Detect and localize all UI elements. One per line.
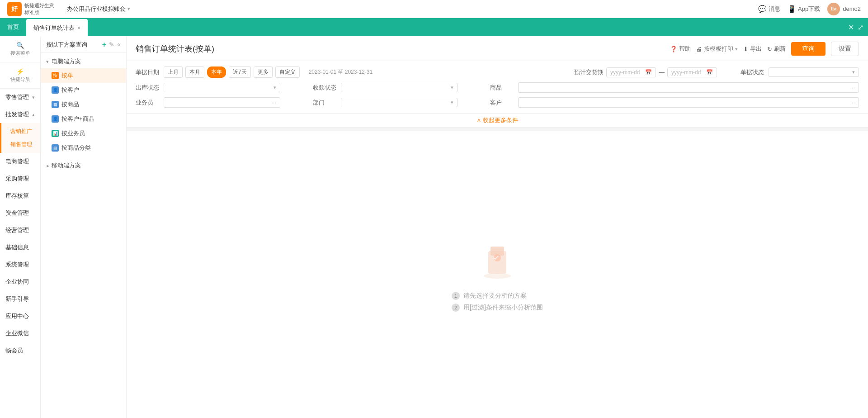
app-download-button[interactable]: 📱 App下载	[788, 5, 820, 13]
window-close-icon[interactable]: ✕	[848, 23, 854, 32]
tab-close-icon[interactable]: ×	[77, 25, 80, 31]
empty-hints: 1 请先选择要分析的方案 2 用[过滤]条件来缩小分析范围	[452, 292, 543, 312]
dept-select[interactable]: ▾	[341, 98, 458, 107]
scheme-customer-label: 按客户	[61, 86, 79, 94]
user-profile[interactable]: Ea demo2	[827, 3, 861, 15]
user-name: demo2	[843, 5, 861, 12]
calendar-to-icon: 📅	[706, 69, 713, 76]
svg-point-0	[484, 273, 511, 279]
scheme-item-by-goods-cat[interactable]: ▤ 按商品分类	[41, 141, 126, 155]
sidebar-item-enterprise[interactable]: 企业协同	[0, 273, 40, 290]
sidebar-item-wholesale[interactable]: 批发管理 ▴	[0, 106, 40, 123]
scheme-panel-title: 按以下方案查询	[46, 41, 87, 49]
sidebar-item-marketing[interactable]: 营销推广	[7, 125, 40, 138]
date-btn-cur-month[interactable]: 本月	[185, 66, 204, 78]
sidebar-item-member[interactable]: 畅会员	[0, 342, 40, 359]
print-icon: 🖨	[696, 46, 702, 52]
empty-hint-1: 1 请先选择要分析的方案	[452, 292, 543, 300]
scheme-item-by-salesman[interactable]: 📊 按业务员	[41, 126, 126, 141]
sidebar-item-inventory[interactable]: 库存核算	[0, 187, 40, 204]
payment-select[interactable]: ▾	[341, 83, 458, 92]
sidebar-basic-label: 基础信息	[5, 243, 29, 252]
window-expand-icon[interactable]: ⤢	[858, 23, 863, 32]
salesman-input[interactable]: ···	[164, 97, 280, 108]
logo-text: 畅捷通好生意 标准版	[24, 2, 54, 15]
scheme-item-by-order[interactable]: 按 按单	[41, 68, 126, 83]
scheme-group-mobile-header[interactable]: ▾ 移动端方案	[41, 159, 126, 172]
expected-date-to[interactable]: yyyy-mm-dd 📅	[667, 67, 717, 77]
help-button[interactable]: ❓ 帮助	[670, 45, 691, 53]
sidebar-item-retail[interactable]: 零售管理 ▾	[0, 89, 40, 106]
date-btn-more[interactable]: 更多	[254, 66, 273, 78]
sidebar-quicknav[interactable]: ⚡ 快捷导航	[0, 62, 40, 89]
goods-label: 商品	[490, 84, 515, 92]
customer-input[interactable]: ···	[518, 97, 859, 108]
date-btn-custom[interactable]: 自定义	[275, 66, 300, 78]
customer-group: 客户 ···	[490, 97, 859, 108]
scheme-customer-icon: 👤	[52, 86, 59, 94]
app-download-label: App下载	[798, 5, 820, 13]
sidebar: 🔍 搜索菜单 ⚡ 快捷导航 零售管理 ▾ 批发管理 ▴ 营销推广 销售管理 电商…	[0, 36, 41, 418]
sidebar-purchase-label: 采购管理	[5, 175, 29, 183]
top-bar-left: 好 畅捷通好生意 标准版 办公用品行业模拟账套 ▾	[7, 2, 130, 16]
avatar: Ea	[827, 3, 840, 15]
date-btn-7days[interactable]: 近7天	[229, 66, 251, 78]
refresh-button[interactable]: ↻ 刷新	[767, 45, 786, 53]
date-btn-prev-month[interactable]: 上月	[164, 66, 183, 78]
scheme-salesman-label: 按业务员	[61, 129, 85, 138]
sidebar-newguide-label: 新手引导	[5, 295, 29, 303]
scheme-group-pc-header[interactable]: ▾ 电脑端方案	[41, 55, 126, 68]
scheme-edit-icon[interactable]: ✎	[109, 41, 114, 49]
sidebar-enterprise-label: 企业协同	[5, 278, 29, 286]
sidebar-item-appcenter[interactable]: 应用中心	[0, 308, 40, 325]
svg-point-3	[494, 254, 501, 261]
scheme-add-icon[interactable]: +	[102, 41, 106, 49]
sidebar-sales-label: 销售管理	[10, 141, 32, 148]
collapse-bar[interactable]: ∧ 收起更多条件	[127, 114, 868, 128]
scheme-collapse-icon[interactable]: «	[117, 41, 121, 49]
app-title-dropdown[interactable]: 办公用品行业模拟账套 ▾	[67, 5, 130, 13]
sidebar-item-operation[interactable]: 经营管理	[0, 222, 40, 239]
empty-state: 1 请先选择要分析的方案 2 用[过滤]条件来缩小分析范围	[127, 131, 868, 418]
delivery-select[interactable]: ▾	[164, 83, 280, 92]
date-range-text: 2023-01-01 至 2023-12-31	[309, 68, 373, 76]
query-button[interactable]: 查询	[791, 42, 826, 56]
scheme-item-by-cust-goods[interactable]: 👤 按客户+商品	[41, 112, 126, 126]
sidebar-item-system[interactable]: 系统管理	[0, 256, 40, 273]
payment-label: 收款状态	[313, 84, 338, 92]
salesman-dots: ···	[271, 99, 276, 106]
scheme-panel-header: 按以下方案查询 + ✎ «	[41, 36, 126, 53]
sidebar-search[interactable]: 🔍 搜索菜单	[0, 36, 40, 62]
scheme-panel: 按以下方案查询 + ✎ « ▾ 电脑端方案 按 按单 👤 按客户	[41, 36, 127, 418]
sidebar-item-corpwechat[interactable]: 企业微信	[0, 325, 40, 342]
scheme-cust-goods-label: 按客户+商品	[61, 115, 94, 123]
sidebar-item-basic[interactable]: 基础信息	[0, 239, 40, 256]
scheme-item-by-customer[interactable]: 👤 按客户	[41, 83, 126, 97]
export-button[interactable]: ⬇ 导出	[743, 45, 762, 53]
order-status-select[interactable]: ▾	[769, 67, 859, 77]
settings-button[interactable]: 设置	[831, 42, 859, 56]
goods-dots: ···	[850, 84, 855, 91]
sidebar-item-newguide[interactable]: 新手引导	[0, 290, 40, 308]
print-button[interactable]: 🖨 按模板打印 ▾	[696, 45, 738, 53]
tab-home[interactable]: 首页	[0, 18, 26, 36]
print-dropdown-arrow-icon[interactable]: ▾	[735, 46, 738, 52]
sidebar-inventory-label: 库存核算	[5, 192, 29, 200]
hint-text-1: 请先选择要分析的方案	[463, 292, 527, 300]
help-label: 帮助	[679, 45, 691, 53]
scheme-goods-cat-label: 按商品分类	[61, 144, 91, 152]
delivery-arrow-icon: ▾	[274, 85, 276, 90]
scheme-item-by-goods[interactable]: ▦ 按商品	[41, 97, 126, 112]
sidebar-wholesale-arrow-icon: ▴	[32, 112, 35, 118]
goods-input[interactable]: ···	[518, 82, 859, 93]
scheme-cust-goods-icon: 👤	[52, 115, 59, 123]
sidebar-item-finance[interactable]: 资金管理	[0, 204, 40, 222]
sidebar-item-sales[interactable]: 销售管理	[7, 138, 40, 151]
expected-date-from[interactable]: yyyy-mm-dd 📅	[606, 67, 656, 77]
sidebar-item-ecommerce[interactable]: 电商管理	[0, 153, 40, 170]
date-btn-year[interactable]: 本年	[207, 66, 226, 78]
sidebar-item-purchase[interactable]: 采购管理	[0, 170, 40, 187]
tab-sales-order[interactable]: 销售订单统计表 ×	[26, 19, 88, 37]
message-button[interactable]: 💬 消息	[758, 5, 780, 13]
page-header-actions: ❓ 帮助 🖨 按模板打印 ▾ ⬇ 导出 ↻ 刷新	[670, 42, 859, 56]
